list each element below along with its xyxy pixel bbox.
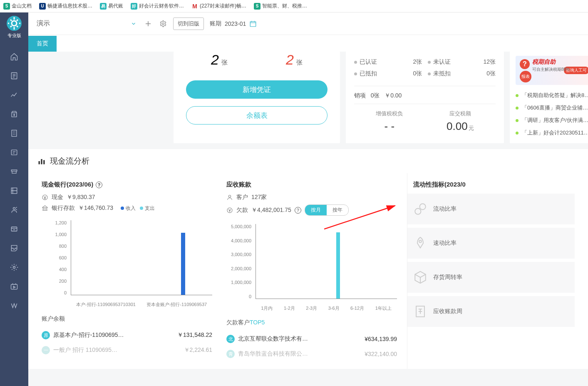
nav-voucher[interactable] — [0, 66, 28, 85]
bookmark-item[interactable]: U畅捷通信息技术股… — [39, 2, 92, 10]
settings-button[interactable] — [156, 16, 171, 31]
sale-label: 销项 — [354, 92, 366, 99]
tax-payable-value: 0.00 — [447, 120, 468, 132]
nav-settings[interactable] — [0, 258, 28, 277]
svg-point-18 — [415, 209, 421, 214]
logo[interactable]: 专业版 — [7, 16, 22, 39]
account-dropdown[interactable]: 演示 — [32, 12, 141, 35]
old-version-button[interactable]: 切到旧版 — [173, 17, 204, 30]
svg-rect-11 — [39, 161, 40, 164]
kv-value: 0张 — [413, 70, 422, 77]
nav-salary[interactable] — [0, 200, 28, 219]
cash-value: ￥9,830.37 — [67, 194, 95, 201]
yen-icon — [42, 194, 48, 201]
rocket-icon — [413, 236, 427, 250]
tax-card: 已认证2张 已抵扣0张 未认证12张 未抵扣0张 销项 0张 ￥0.00 增值税… — [346, 52, 504, 143]
badge-icon: 报表 — [520, 71, 531, 82]
cash-panel: 现金银行(2023/06)? 现金￥9,830.37 银行存款￥146,760.… — [37, 173, 216, 369]
site-icon: S — [254, 3, 261, 10]
kv-label: 未抵扣 — [428, 70, 451, 77]
site-icon: S — [3, 3, 10, 10]
cash-label: 现金 — [52, 194, 63, 201]
news-item[interactable]: 「0606直播」商贸企业辅助核 — [516, 102, 588, 114]
kv-label: 已抵扣 — [354, 70, 377, 77]
svg-rect-6 — [11, 227, 17, 231]
chart-bar — [181, 233, 185, 295]
nav-tax[interactable] — [0, 143, 28, 162]
bookmark-item[interactable]: 好好会计云财务软件… — [131, 2, 184, 10]
add-button[interactable] — [141, 16, 156, 31]
top-customer-row[interactable]: 青青岛华胜蓝合科技有限公…¥322,140.00 — [226, 346, 397, 361]
account-badge: 原 — [42, 331, 50, 339]
site-icon: 易 — [100, 3, 107, 10]
news-item[interactable]: 「上新」好会计20230511迭代 — [516, 127, 588, 139]
account-row[interactable]: 原原基本户-招行-11090695…￥131,548.22 — [42, 328, 212, 343]
toggle-month[interactable]: 按月 — [305, 205, 327, 215]
news-item[interactable]: 「税期自助化答疑」解决80% — [516, 89, 588, 102]
box-icon — [413, 270, 427, 284]
svg-point-15 — [228, 195, 231, 197]
kv-value: 0张 — [486, 70, 496, 77]
toggle-year[interactable]: 按年 — [327, 205, 348, 215]
tax-burden-value: - - — [376, 120, 403, 133]
bookmark-item[interactable]: 易易代账 — [100, 2, 123, 10]
tax-burden-label: 增值税税负 — [376, 110, 403, 117]
mail-icon: M — [191, 3, 198, 10]
tab-home[interactable]: 首页 — [28, 36, 57, 52]
svg-rect-12 — [41, 159, 42, 164]
account-balance-title: 账户余额 — [42, 315, 212, 323]
nav-report[interactable] — [0, 85, 28, 105]
bookmark-item[interactable]: S智能票、财、税推… — [254, 2, 307, 10]
voucher-card: 2张 2张 新增凭证 余额表 — [174, 52, 340, 143]
account-badge: 一 — [42, 346, 50, 354]
calendar-icon[interactable] — [249, 20, 257, 27]
liquidity-item[interactable]: 存货周转率 — [407, 262, 575, 293]
svg-rect-10 — [251, 21, 256, 26]
nav-money[interactable] — [0, 105, 28, 124]
liquidity-item[interactable]: 应收账款周 — [407, 296, 575, 327]
panel-title: 现金银行(2023/06) — [42, 181, 93, 189]
customer-badge: 青 — [226, 350, 235, 358]
news-list: 「税期自助化答疑」解决80% 「0606直播」商贸企业辅助核 「调研」用友客户/… — [516, 89, 588, 139]
kv-label: 未认证 — [428, 58, 451, 66]
bank-label: 银行存款 — [52, 204, 75, 212]
period-toggle: 按月按年 — [305, 204, 349, 216]
debt-icon — [226, 207, 233, 214]
nav-building[interactable] — [0, 124, 28, 143]
liquidity-item[interactable]: 流动比率 — [407, 194, 575, 224]
kv-label: 已认证 — [354, 58, 377, 66]
chevron-down-icon — [131, 21, 136, 27]
kv-value: 12张 — [483, 58, 496, 66]
nav-home[interactable] — [0, 47, 28, 66]
panel-title: 应收账款 — [226, 181, 251, 189]
liquidity-panel: 流动性指标(2023/0 流动比率 速动比率 存货周转率 应收账款周 — [407, 173, 579, 369]
nav-vip[interactable] — [0, 296, 28, 315]
liquidity-item[interactable]: 速动比率 — [407, 228, 575, 259]
top-customer-row[interactable]: 北北京互帮联众数字技术有…¥634,139.99 — [226, 331, 397, 346]
browser-bookmarks: S金山文档 U畅捷通信息技术股… 易易代账 好好会计云财务软件… M(227封未… — [0, 0, 588, 12]
receivable-panel: 应收账款 客户127家 欠款￥4,482,001.75 ? 按月按年 5,000… — [222, 173, 401, 369]
news-item[interactable]: 「调研」用友客户/伙伴满意度 — [516, 114, 588, 127]
help-icon[interactable]: ? — [295, 207, 301, 214]
receivable-chart: 5,000,0004,000,0003,000,0002,000,0001,00… — [226, 224, 397, 311]
top5-title: 欠款客户TOP5 — [226, 319, 397, 326]
account-row[interactable]: 一一般户 招行 11090695…￥2,224.61 — [42, 343, 212, 358]
bookmark-item[interactable]: M(227封未读邮件)畅… — [191, 2, 246, 10]
promo-card: ? 税期自助 可自主解决税期80% 报表 咨询人工可 「税期自助化答疑」解决80… — [510, 52, 588, 143]
new-voucher-button[interactable]: 新增凭证 — [186, 80, 327, 99]
voucher-count-2: 2张 — [286, 52, 303, 68]
nav-archive[interactable] — [0, 181, 28, 200]
nav-inbox[interactable] — [0, 239, 28, 258]
bookmark-item[interactable]: S金山文档 — [3, 2, 32, 10]
balance-sheet-button[interactable]: 余额表 — [186, 106, 327, 125]
period-selector: 账期 2023-01 — [210, 20, 257, 27]
nav-video[interactable] — [0, 277, 28, 296]
page-tabs: 首页 — [28, 35, 588, 52]
nav-asset[interactable] — [0, 162, 28, 181]
help-icon[interactable]: ? — [96, 182, 102, 188]
promo-banner[interactable]: ? 税期自助 可自主解决税期80% 报表 咨询人工可 — [516, 56, 588, 85]
svg-rect-2 — [12, 130, 17, 137]
svg-point-9 — [162, 22, 164, 25]
owe-value: ￥4,482,001.75 — [251, 207, 291, 214]
nav-inventory[interactable] — [0, 219, 28, 239]
